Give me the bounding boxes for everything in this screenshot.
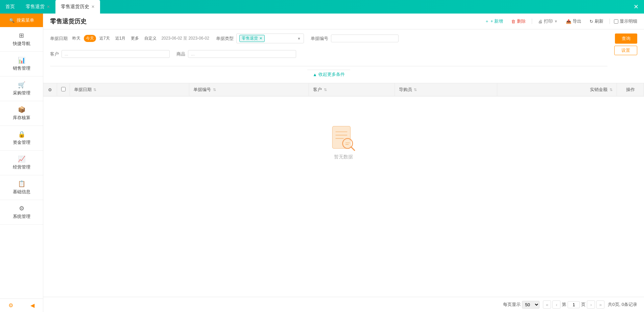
date-range-display: 2023-06-02 至 2023-06-02 [161,36,209,41]
th-voucher[interactable]: 单据编号 ⇅ [189,83,309,96]
filter-goods-item: 商品 ... [176,50,296,58]
finance-icon: 🔒 [18,131,25,138]
date-opt-yesterday[interactable]: 昨天 [70,35,82,42]
page-label-before: 第 [562,302,566,308]
goods-select[interactable]: ... [188,50,296,58]
print-arrow-icon: ▼ [554,19,558,23]
th-customer[interactable]: 客户 ⇅ [309,83,395,96]
sidebar-search-label: 搜索菜单 [17,17,34,23]
tab-retail-return-history[interactable]: 零售退货历史 ✕ [55,0,100,14]
select-all-checkbox[interactable] [61,87,66,91]
sidebar-item-inventory[interactable]: 📦 库存核算 [0,101,43,126]
export-label: 导出 [573,18,581,24]
type-tag: 零售退货 ✕ [239,35,265,42]
sidebar-settings-btn[interactable]: ⚙ [8,302,13,309]
show-detail-label: 显示明细 [620,18,637,24]
next-page-btn[interactable]: › [587,300,595,309]
new-button[interactable]: ＋ + 新增 [483,17,505,26]
delete-button[interactable]: 🗑 删除 [509,17,528,26]
th-actions: 操作 [617,83,644,96]
prev-page-btn[interactable]: ‹ [552,300,560,309]
type-select-arrow: ▼ [297,37,301,41]
th-settings[interactable]: ⚙ [43,83,57,96]
date-options: 昨天 今天 近7天 近1月 更多 自定义 [70,35,159,42]
settings-button[interactable]: 设置 [614,46,637,55]
goods-placeholder: ... [191,51,195,57]
print-button[interactable]: 🖨 打印 ▼ [536,17,560,26]
sidebar-item-system[interactable]: ⚙ 系统管理 [0,200,43,225]
page-title: 零售退货历史 [50,17,87,25]
query-button[interactable]: 查询 [615,34,637,44]
table-body: 暂无数据 [43,96,644,187]
show-detail-checkbox-label[interactable]: 显示明细 [614,18,637,24]
th-date[interactable]: 单据日期 ⇅ [70,83,189,96]
date-opt-7days[interactable]: 近7天 [97,35,112,42]
svg-point-5 [344,140,351,147]
filter-date-item: 单据日期 昨天 今天 近7天 近1月 更多 自定义 2023-06-02 至 2… [50,35,209,42]
last-page-btn[interactable]: » [596,300,604,309]
first-page-btn[interactable]: « [543,300,551,309]
refresh-label: 刷新 [595,18,603,24]
th-voucher-sort-icon: ⇅ [213,88,216,92]
th-voucher-label: 单据编号 [193,87,211,92]
type-tag-close[interactable]: ✕ [259,36,262,41]
sidebar-item-basic-info[interactable]: 📋 基础信息 [0,175,43,200]
date-opt-more[interactable]: 更多 [129,35,141,42]
export-button[interactable]: 📤 导出 [564,17,583,26]
th-amount[interactable]: 实销金额 ⇅ [497,83,617,96]
collapse-btn[interactable]: ▲ 收起更多条件 [307,70,350,79]
customer-select[interactable]: ... [62,50,170,58]
sidebar-item-quick-nav[interactable]: ⊞ 快捷导航 [0,27,43,52]
th-customer-sort-icon: ⇅ [324,88,327,92]
refresh-button[interactable]: ↻ 刷新 [588,17,605,26]
th-date-label: 单据日期 [74,87,92,92]
th-customer-label: 客户 [313,87,322,92]
sidebar-item-sales[interactable]: 📊 销售管理 [0,52,43,76]
toolbar: ＋ + 新增 🗑 删除 🖨 打印 ▼ 📤 导出 ↻ [483,17,637,26]
sidebar-item-operations-label: 经营管理 [13,164,30,170]
tab-retail-return-history-close[interactable]: ✕ [91,4,95,9]
page-size-selector: 每页显示 50 100 200 [503,301,540,309]
date-opt-custom[interactable]: 自定义 [142,35,159,42]
sidebar-toggle-btn[interactable]: ◀ [30,302,34,309]
date-label: 单据日期 [50,36,68,42]
date-opt-1month[interactable]: 近1月 [113,35,128,42]
th-checkbox[interactable] [57,83,70,96]
sidebar-item-purchase[interactable]: 🛒 采购管理 [0,76,43,101]
th-actions-label: 操作 [626,87,635,92]
sidebar-item-quick-nav-label: 快捷导航 [13,41,30,47]
toolbar-divider-1 [532,19,532,24]
sidebar-item-inventory-label: 库存核算 [13,115,30,121]
sidebar-item-basic-info-label: 基础信息 [13,189,30,195]
th-date-sort-icon: ⇅ [93,88,96,92]
page-header: 零售退货历史 ＋ + 新增 🗑 删除 🖨 打印 ▼ 📤 [43,14,644,29]
page-label-after: 页 [581,302,586,308]
type-label: 单据类型 [216,36,234,42]
tab-retail-return-close[interactable]: ✕ [47,4,50,9]
sidebar-item-finance[interactable]: 🔒 资金管理 [0,126,43,151]
print-icon: 🖨 [538,19,543,24]
sidebar-search[interactable]: 🔍 搜索菜单 [0,14,43,27]
settings-cog-icon: ⚙ [48,87,52,92]
th-guide[interactable]: 导购员 ⇅ [395,83,497,96]
type-select[interactable]: 零售退货 ✕ ▼ [236,34,304,43]
show-detail-checkbox[interactable] [614,19,618,24]
sidebar-item-operations[interactable]: 📈 经营管理 [0,151,43,175]
tab-retail-return[interactable]: 零售退货 ✕ [20,0,55,14]
topbar-close-btn[interactable]: ✕ [628,3,644,10]
page-number-input[interactable] [568,301,580,308]
page-size-select[interactable]: 50 100 200 [522,301,540,309]
voucher-input[interactable] [331,35,399,42]
data-table: ⚙ 单据日期 ⇅ 单据编号 ⇅ [43,83,644,187]
date-opt-today[interactable]: 今天 [84,35,96,42]
tab-home[interactable]: 首页 [0,0,20,14]
th-guide-label: 导购员 [399,87,412,92]
customer-label: 客户 [50,51,59,57]
filter-type-item: 单据类型 零售退货 ✕ ▼ [216,34,304,43]
filter-voucher-item: 单据编号 [311,35,399,42]
sidebar-item-system-label: 系统管理 [13,214,30,220]
table-header-row: ⚙ 单据日期 ⇅ 单据编号 ⇅ [43,83,644,96]
inventory-icon: 📦 [18,106,25,113]
customer-placeholder: ... [65,51,68,57]
basic-info-icon: 📋 [18,180,25,187]
